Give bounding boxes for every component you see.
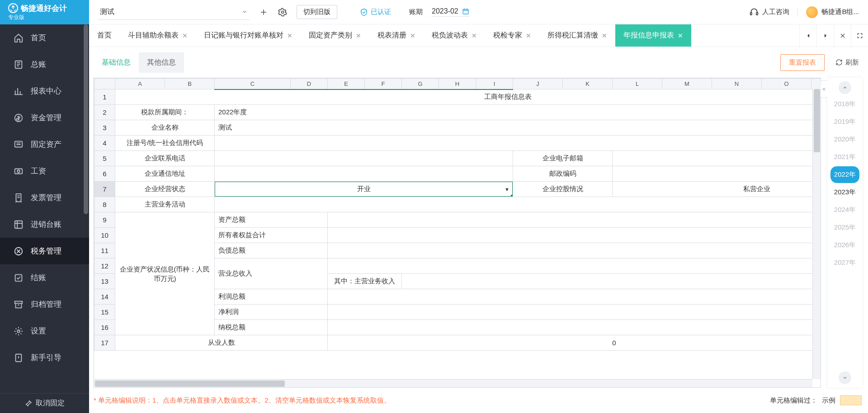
row-header-1[interactable]: 1: [94, 89, 115, 105]
rail-collapse-button[interactable]: «: [820, 80, 827, 98]
select-all-corner[interactable]: [94, 79, 115, 89]
cell[interactable]: 0: [328, 335, 821, 351]
col-header-P[interactable]: P: [811, 79, 821, 89]
col-header-F[interactable]: F: [365, 79, 402, 89]
cell[interactable]: 净利润: [215, 305, 328, 320]
reset-report-button[interactable]: 重置报表: [780, 54, 825, 71]
tab-固定资产类别[interactable]: 固定资产类别✕: [301, 24, 369, 47]
sidebar-item-close[interactable]: 结账: [0, 264, 89, 291]
cell[interactable]: [328, 320, 821, 335]
row-header-10[interactable]: 10: [94, 228, 115, 243]
col-header-A[interactable]: A: [115, 79, 165, 89]
tab-税表清册[interactable]: 税表清册✕: [369, 24, 424, 47]
col-header-G[interactable]: G: [402, 79, 439, 89]
col-header-N[interactable]: N: [712, 79, 762, 89]
cell[interactable]: [402, 274, 821, 289]
col-header-K[interactable]: K: [563, 79, 613, 89]
tab-所得税汇算清缴[interactable]: 所得税汇算清缴✕: [539, 24, 615, 47]
cell[interactable]: [328, 212, 821, 228]
sidebar-item-home[interactable]: 首页: [0, 24, 89, 51]
add-button[interactable]: [259, 7, 269, 17]
subtab-基础信息[interactable]: 基础信息: [94, 52, 139, 73]
cell[interactable]: [215, 166, 513, 182]
row-header-13[interactable]: 13: [94, 274, 115, 289]
cell[interactable]: 税款所属期间：: [115, 105, 215, 120]
refresh-button[interactable]: 刷新: [835, 58, 859, 67]
year-option-2020年[interactable]: 2020年: [830, 131, 859, 148]
sidebar-item-salary[interactable]: 工资: [0, 158, 89, 184]
row-header-11[interactable]: 11: [94, 243, 115, 258]
cell[interactable]: 企业联系电话: [115, 151, 215, 166]
tab-close-all[interactable]: [834, 24, 851, 47]
tab-close-icon[interactable]: ✕: [356, 32, 361, 39]
tab-税检专家[interactable]: 税检专家✕: [485, 24, 539, 47]
cell[interactable]: 营业总收入: [215, 258, 328, 289]
row-header-5[interactable]: 5: [94, 151, 115, 166]
sidebar-item-guide[interactable]: 新手引导: [0, 344, 89, 371]
col-header-L[interactable]: L: [613, 79, 662, 89]
user-menu[interactable]: 畅捷通B组...: [806, 6, 859, 18]
tab-close-icon[interactable]: ✕: [472, 32, 477, 39]
unpin-sidebar-button[interactable]: 取消固定: [0, 393, 89, 413]
cell[interactable]: 企业控股情况: [513, 182, 613, 197]
col-header-D[interactable]: D: [291, 79, 328, 89]
sidebar-item-tax[interactable]: 税务管理: [0, 238, 89, 264]
cell[interactable]: 邮政编码: [513, 166, 613, 182]
cell[interactable]: 2022年度: [215, 105, 821, 120]
sidebar-item-invoice[interactable]: 发票管理: [0, 184, 89, 211]
cell[interactable]: 企业电子邮箱: [513, 151, 613, 166]
tab-close-icon[interactable]: ✕: [526, 32, 531, 39]
cell[interactable]: 利润总额: [215, 289, 328, 305]
row-header-16[interactable]: 16: [94, 320, 115, 335]
subtab-其他信息[interactable]: 其他信息: [139, 52, 184, 73]
spreadsheet[interactable]: ABCDEFGHIJKLMNOPQ 1工商年报信息表2税款所属期间：2022年度…: [94, 78, 821, 388]
cell[interactable]: 所有者权益合计: [215, 228, 328, 243]
row-header-9[interactable]: 9: [94, 212, 115, 228]
tab-首页[interactable]: 首页: [89, 24, 120, 47]
tab-日记账与银行对账单核对[interactable]: 日记账与银行对账单核对✕: [196, 24, 301, 47]
tab-年报信息申报表[interactable]: 年报信息申报表✕: [615, 24, 691, 47]
col-header-O[interactable]: O: [762, 79, 811, 89]
col-header-M[interactable]: M: [662, 79, 712, 89]
cell[interactable]: [613, 151, 821, 166]
row-header-12[interactable]: 12: [94, 258, 115, 274]
row-header-8[interactable]: 8: [94, 197, 115, 212]
sheet-vertical-scrollbar[interactable]: [812, 89, 821, 379]
cell[interactable]: 企业经营状态: [115, 182, 215, 197]
company-selector[interactable]: 测试: [98, 5, 250, 20]
cell[interactable]: [328, 228, 821, 243]
year-option-2023年[interactable]: 2023年: [830, 184, 859, 201]
cell[interactable]: 企业资产状况信息(币种：人民币万元): [115, 212, 215, 335]
year-option-2019年[interactable]: 2019年: [830, 113, 859, 130]
year-option-2024年[interactable]: 2024年: [830, 202, 859, 218]
cell[interactable]: 企业通信地址: [115, 166, 215, 182]
cell[interactable]: [215, 136, 821, 151]
cell[interactable]: [328, 289, 821, 305]
support-button[interactable]: 人工咨询: [750, 8, 789, 17]
cell[interactable]: 私营企业: [613, 182, 821, 197]
sidebar-item-settings[interactable]: 设置: [0, 318, 89, 344]
cell[interactable]: 资产总额: [215, 212, 328, 228]
cell[interactable]: [215, 197, 821, 212]
sidebar-scrollbar[interactable]: [84, 24, 88, 214]
cell[interactable]: [328, 243, 821, 258]
dropdown-arrow-icon[interactable]: ▼: [505, 187, 509, 192]
row-header-15[interactable]: 15: [94, 305, 115, 320]
tab-close-icon[interactable]: ✕: [182, 32, 188, 39]
cell[interactable]: 工商年报信息表: [115, 89, 821, 105]
year-option-2027年[interactable]: 2027年: [830, 254, 859, 271]
row-header-6[interactable]: 6: [94, 166, 115, 182]
active-cell[interactable]: 开业▼: [215, 182, 513, 197]
sidebar-item-report[interactable]: 报表中心: [0, 78, 89, 104]
sheet-horizontal-scrollbar[interactable]: [94, 379, 812, 387]
sidebar-item-fund[interactable]: 资金管理: [0, 104, 89, 131]
cell[interactable]: 纳税总额: [215, 320, 328, 335]
row-header-4[interactable]: 4: [94, 136, 115, 151]
cell[interactable]: [613, 166, 821, 182]
tab-fullscreen[interactable]: [851, 24, 868, 47]
row-header-7[interactable]: 7: [94, 182, 115, 197]
verified-badge[interactable]: 已认证: [360, 8, 391, 16]
sidebar-item-asset[interactable]: 固定资产: [0, 131, 89, 158]
tab-scroll-left[interactable]: [799, 24, 816, 47]
tab-scroll-right[interactable]: [816, 24, 834, 47]
